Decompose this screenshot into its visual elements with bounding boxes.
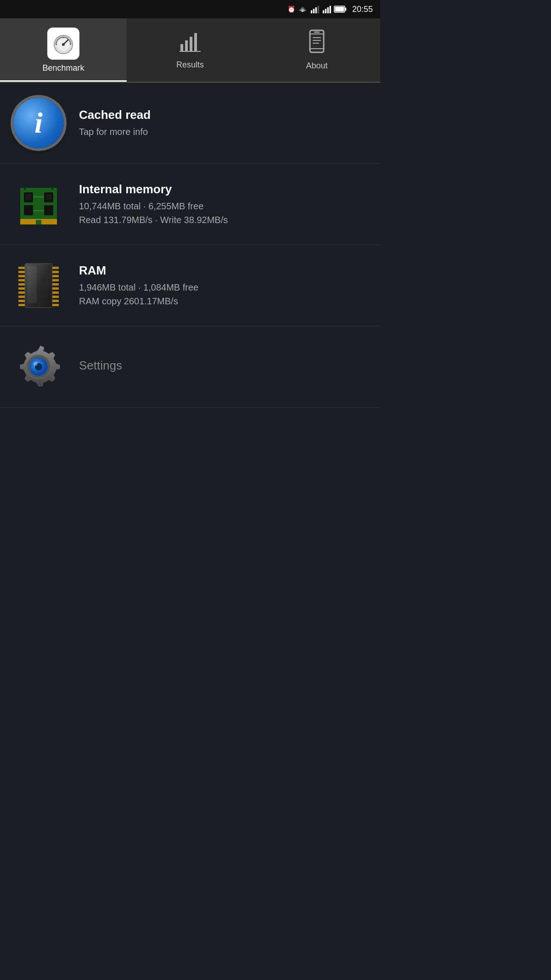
svg-rect-24	[194, 33, 197, 51]
tab-about[interactable]: About	[253, 18, 380, 82]
tab-bar: Benchmark Results	[0, 18, 380, 83]
cached-read-icon-wrap: i	[11, 95, 66, 151]
svg-rect-10	[329, 6, 331, 13]
settings-text: Settings	[79, 358, 369, 375]
content-list: i Cached read Tap for more info	[0, 83, 380, 408]
ram-item[interactable]: RAM 1,946MB total · 1,084MB free RAM cop…	[0, 245, 380, 326]
battery-icon	[334, 5, 347, 13]
svg-rect-4	[313, 9, 315, 13]
ram-text: RAM 1,946MB total · 1,084MB free RAM cop…	[79, 263, 369, 308]
svg-rect-64	[52, 279, 59, 281]
internal-memory-text: Internal memory 10,744MB total · 6,255MB…	[79, 182, 369, 227]
svg-rect-71	[28, 266, 37, 303]
benchmark-tab-label: Benchmark	[42, 63, 84, 73]
svg-rect-7	[323, 10, 324, 13]
tab-benchmark[interactable]: Benchmark	[0, 18, 127, 82]
svg-rect-3	[311, 10, 312, 13]
internal-memory-icon-wrap	[11, 177, 66, 232]
wifi-icon	[298, 5, 307, 13]
status-bar: ⏰ 20:55	[0, 0, 380, 18]
svg-rect-8	[325, 9, 326, 13]
cached-read-subtitle: Tap for more info	[79, 125, 369, 139]
ram-subtitle1: 1,946MB total · 1,084MB free	[79, 280, 369, 294]
svg-rect-70	[52, 304, 59, 306]
svg-rect-59	[18, 300, 25, 302]
status-time: 20:55	[352, 5, 373, 14]
svg-rect-63	[52, 275, 59, 277]
svg-rect-53	[18, 275, 25, 277]
svg-rect-67	[52, 291, 59, 294]
svg-rect-55	[18, 283, 25, 286]
memory-module-icon	[16, 179, 62, 230]
cached-read-title: Cached read	[79, 108, 369, 122]
svg-rect-21	[180, 44, 183, 51]
benchmark-tab-icon	[47, 28, 79, 60]
internal-memory-subtitle2: Read 131.79MB/s · Write 38.92MB/s	[79, 213, 369, 227]
svg-rect-38	[24, 205, 33, 215]
settings-item[interactable]: Settings	[0, 326, 380, 408]
svg-rect-62	[52, 271, 59, 273]
ram-title: RAM	[79, 263, 369, 278]
svg-rect-23	[190, 37, 192, 51]
svg-point-47	[51, 187, 54, 190]
svg-rect-65	[52, 283, 59, 286]
internal-memory-item[interactable]: Internal memory 10,744MB total · 6,255MB…	[0, 164, 380, 245]
svg-rect-60	[18, 304, 25, 306]
svg-rect-5	[315, 7, 317, 13]
signal1-icon	[310, 5, 319, 13]
ram-chip-icon	[16, 260, 62, 311]
svg-rect-37	[44, 192, 53, 202]
svg-rect-36	[24, 192, 33, 202]
settings-gear-icon	[13, 341, 64, 392]
svg-rect-58	[18, 296, 25, 298]
status-icons: ⏰	[287, 5, 347, 13]
svg-rect-66	[52, 287, 59, 290]
svg-rect-51	[18, 267, 25, 269]
alarm-icon: ⏰	[287, 6, 295, 13]
settings-title: Settings	[79, 358, 369, 373]
svg-rect-68	[52, 296, 59, 298]
results-tab-icon	[179, 30, 202, 56]
settings-icon-wrap	[11, 339, 66, 394]
svg-point-75	[34, 362, 38, 366]
internal-memory-subtitle1: 10,744MB total · 6,255MB free	[79, 199, 369, 213]
svg-rect-61	[52, 267, 59, 269]
signal2-icon	[322, 5, 331, 13]
svg-rect-54	[18, 279, 25, 281]
svg-rect-56	[18, 287, 25, 290]
svg-rect-39	[44, 205, 53, 215]
svg-rect-35	[36, 220, 41, 224]
svg-rect-9	[327, 7, 329, 13]
about-tab-icon	[306, 29, 327, 57]
svg-point-46	[23, 187, 26, 190]
info-icon: i	[13, 98, 64, 148]
svg-rect-52	[18, 271, 25, 273]
svg-rect-57	[18, 291, 25, 294]
cached-read-text: Cached read Tap for more info	[79, 108, 369, 139]
results-tab-label: Results	[176, 60, 204, 70]
svg-rect-69	[52, 300, 59, 302]
ram-subtitle2: RAM copy 2601.17MB/s	[79, 294, 369, 308]
svg-rect-12	[345, 8, 346, 11]
svg-rect-6	[317, 6, 319, 13]
internal-memory-title: Internal memory	[79, 182, 369, 196]
svg-rect-13	[335, 7, 344, 11]
svg-point-17	[62, 43, 65, 46]
ram-icon-wrap	[11, 258, 66, 313]
svg-rect-22	[185, 40, 188, 51]
tab-results[interactable]: Results	[127, 18, 253, 82]
cached-read-item[interactable]: i Cached read Tap for more info	[0, 83, 380, 164]
about-tab-label: About	[306, 61, 327, 71]
